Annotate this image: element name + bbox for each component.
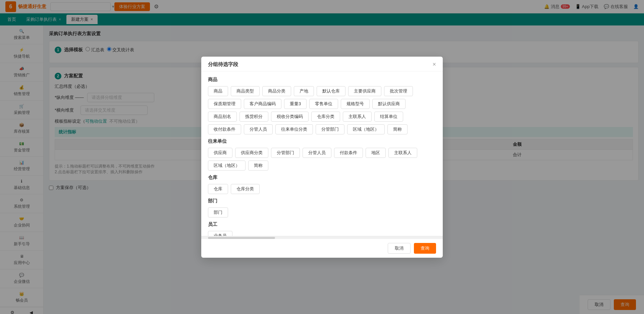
- field-chip-dept[interactable]: 部门: [208, 207, 228, 217]
- field-chip-customer-code[interactable]: 客户商品编码: [244, 99, 281, 109]
- field-chip-main-contact[interactable]: 主联系人: [343, 112, 372, 122]
- field-chip-default-warehouse[interactable]: 默认仓库: [317, 86, 345, 96]
- field-chip-product-type[interactable]: 商品类型: [231, 86, 260, 96]
- section-title-staff: 员工: [208, 222, 436, 228]
- modal-title: 分组待选字段: [208, 61, 238, 68]
- fields-grid-product: 商品 商品类型 商品分类 产地 默认仓库 主要供应商 批次管理 保质期管理 客户…: [208, 86, 436, 134]
- field-chip-weight3[interactable]: 重量3: [284, 99, 307, 109]
- field-select-modal: 分组待选字段 × 商品 商品 商品类型 商品分类 产地 默认仓库 主要供应商 批…: [201, 57, 443, 258]
- section-title-product: 商品: [208, 77, 436, 83]
- field-chip-warehouse-category[interactable]: 仓库分类: [311, 112, 340, 122]
- field-chip-quality-mgmt[interactable]: 保质期管理: [208, 99, 241, 109]
- field-chip-origin[interactable]: 产地: [294, 86, 314, 96]
- field-chip-pick-points[interactable]: 拣货积分: [239, 112, 268, 122]
- field-chip-region-product[interactable]: 区域（地区）: [347, 124, 385, 134]
- field-chip-retail-unit[interactable]: 零售单位: [309, 99, 338, 109]
- field-chip-area[interactable]: 地区: [366, 148, 386, 158]
- fields-grid-partner: 供应商 供应商分类 分管部门 分管人员 付款条件 地区 主联系人 区域（地区） …: [208, 148, 436, 171]
- field-chip-default-supplier[interactable]: 默认供应商: [372, 99, 406, 109]
- modal-close-button[interactable]: ×: [432, 61, 436, 67]
- modal-header: 分组待选字段 ×: [201, 57, 443, 71]
- field-chip-warehouse[interactable]: 仓库: [208, 184, 228, 194]
- fields-grid-staff: 业务员: [208, 231, 436, 236]
- section-title-warehouse: 仓库: [208, 175, 436, 181]
- field-chip-partner-abbr[interactable]: 简称: [248, 161, 268, 171]
- modal-scrollbar-h[interactable]: [201, 236, 443, 239]
- field-chip-partner-dept[interactable]: 分管部门: [271, 148, 300, 158]
- field-chip-product[interactable]: 商品: [208, 86, 228, 96]
- field-chip-warehouse-cat[interactable]: 仓库分类: [231, 184, 260, 194]
- modal-cancel-button[interactable]: 取消: [388, 243, 411, 254]
- scrollbar-thumb-h: [208, 237, 275, 239]
- field-chip-salesperson[interactable]: 业务员: [208, 231, 232, 236]
- field-chip-payment-terms[interactable]: 收付款条件: [208, 124, 241, 134]
- field-chip-product-alias[interactable]: 商品别名: [208, 112, 237, 122]
- fields-grid-warehouse: 仓库 仓库分类: [208, 184, 436, 194]
- field-chip-supplier-category[interactable]: 供应商分类: [235, 148, 268, 158]
- modal-footer: 取消 查询: [201, 239, 443, 258]
- field-chip-batch-mgmt[interactable]: 批次管理: [384, 86, 413, 96]
- modal-backdrop: 分组待选字段 × 商品 商品 商品类型 商品分类 产地 默认仓库 主要供应商 批…: [0, 0, 644, 314]
- field-chip-partner-category[interactable]: 往来单位分类: [275, 124, 313, 134]
- section-title-dept: 部门: [208, 198, 436, 204]
- field-chip-partner-contact[interactable]: 主联系人: [388, 148, 417, 158]
- modal-body: 商品 商品 商品类型 商品分类 产地 默认仓库 主要供应商 批次管理 保质期管理…: [201, 71, 443, 236]
- field-chip-supervisor[interactable]: 分管人员: [244, 124, 273, 134]
- field-chip-abbr-product[interactable]: 简称: [387, 124, 408, 134]
- field-chip-main-supplier[interactable]: 主要供应商: [348, 86, 381, 96]
- field-chip-payment-condition[interactable]: 付款条件: [334, 148, 363, 158]
- field-chip-product-category[interactable]: 商品分类: [262, 86, 291, 96]
- field-chip-partner-region[interactable]: 区域（地区）: [208, 161, 246, 171]
- field-chip-spec-model[interactable]: 规格型号: [341, 99, 370, 109]
- section-title-partner: 往来单位: [208, 138, 436, 144]
- modal-confirm-button[interactable]: 查询: [414, 243, 436, 254]
- fields-grid-dept: 部门: [208, 207, 436, 217]
- field-chip-supplier[interactable]: 供应商: [208, 148, 232, 158]
- field-chip-partner-supervisor[interactable]: 分管人员: [303, 148, 331, 158]
- field-chip-tax-code[interactable]: 税收分类编码: [271, 112, 309, 122]
- field-chip-settlement-unit[interactable]: 结算单位: [374, 112, 403, 122]
- field-chip-dept-mgmt[interactable]: 分管部门: [316, 124, 344, 134]
